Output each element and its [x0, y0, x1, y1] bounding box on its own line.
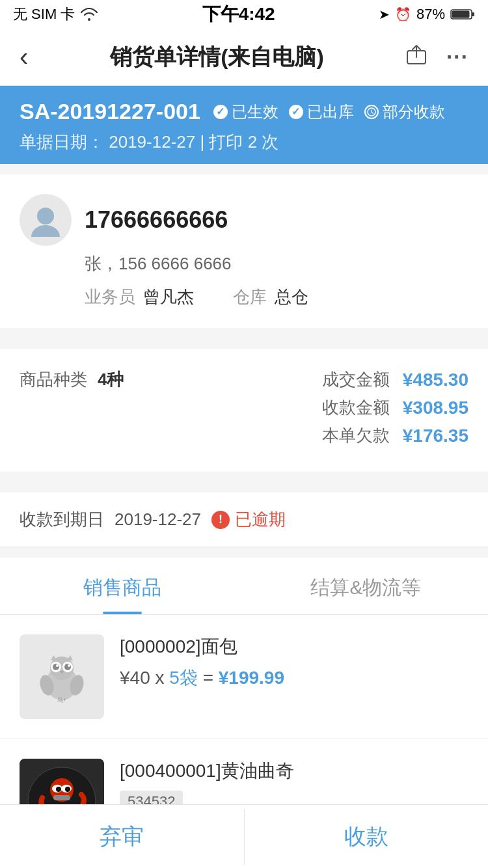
- print-count: 2: [248, 132, 257, 152]
- deal-amount: ¥485.30: [403, 370, 468, 390]
- check-icon-effective: ✓: [213, 105, 228, 119]
- svg-point-25: [56, 787, 61, 792]
- product-item-1: 鸟+ [0000002]面包 ¥40 x 5袋 = ¥199.99: [0, 615, 488, 739]
- overdue-icon: !: [211, 511, 230, 529]
- received-amount-row: 收款金额 ¥308.95: [244, 396, 468, 419]
- collect-payment-button[interactable]: 收款: [245, 809, 489, 865]
- customer-meta-row: 业务员 曾凡杰 仓库 总仓: [85, 286, 468, 308]
- debt-label: 本单欠款: [322, 424, 390, 447]
- cancel-audit-button[interactable]: 弃审: [0, 809, 245, 865]
- category-label: 商品种类: [20, 368, 87, 391]
- svg-text:鸟+: 鸟+: [57, 697, 66, 703]
- debt-amount-row: 本单欠款 ¥176.35: [244, 424, 468, 447]
- price-qty-1: 5袋: [169, 668, 198, 688]
- more-icon[interactable]: ···: [446, 44, 468, 70]
- warehouse-label: 仓库: [233, 286, 267, 308]
- price-eq-1: =: [203, 668, 219, 688]
- deal-label: 成交金额: [322, 368, 390, 391]
- separator-2: [0, 338, 488, 349]
- status-time: 下午4:42: [202, 2, 275, 27]
- category-count: 4种: [98, 368, 124, 391]
- separator-4: [0, 547, 488, 558]
- sales-value: 曾凡杰: [143, 286, 194, 308]
- tab-settlement-label: 结算&物流等: [310, 576, 421, 598]
- product-price-1: ¥40 x 5袋 = ¥199.99: [120, 666, 468, 690]
- due-date: 2019-12-27: [115, 509, 201, 530]
- location-icon: ➤: [379, 7, 390, 22]
- overdue-text: 已逾期: [235, 508, 286, 531]
- order-badges: ✓ 已生效 ✓ 已出库 部分收款: [213, 102, 445, 122]
- nav-bar: ‹ 销货单详情(来自电脑) ···: [0, 29, 488, 86]
- tabs-row: 销售商品 结算&物流等: [0, 558, 488, 615]
- wifi-icon: [80, 8, 98, 21]
- product-img-1: 鸟+: [20, 634, 104, 719]
- due-label: 收款到期日: [20, 508, 104, 531]
- svg-rect-2: [452, 11, 470, 18]
- status-right: ➤ ⏰ 87%: [379, 6, 475, 23]
- badge-shipped: ✓ 已出库: [289, 102, 354, 122]
- separator-1: [0, 164, 488, 174]
- svg-rect-27: [53, 795, 70, 800]
- tab-sales-products[interactable]: 销售商品: [0, 558, 244, 614]
- svg-point-26: [65, 787, 70, 792]
- badge-shipped-label: 已出库: [307, 102, 354, 122]
- date-label: 单据日期：: [20, 132, 104, 152]
- print-suffix: 次: [262, 132, 278, 152]
- svg-point-6: [31, 225, 60, 237]
- svg-point-13: [64, 664, 71, 670]
- svg-point-12: [53, 664, 59, 670]
- svg-point-5: [37, 208, 54, 224]
- tab-settlement[interactable]: 结算&物流等: [244, 558, 488, 614]
- due-date-section: 收款到期日 2019-12-27 ! 已逾期: [0, 493, 488, 547]
- badge-partial: 部分收款: [364, 102, 445, 122]
- stats-section: 商品种类 4种 成交金额 ¥485.30 收款金额 ¥308.95 本单欠款 ¥…: [0, 349, 488, 472]
- status-bar: 无 SIM 卡 下午4:42 ➤ ⏰ 87%: [0, 0, 488, 29]
- sales-meta: 业务员 曾凡杰: [85, 286, 194, 308]
- status-left: 无 SIM 卡: [13, 5, 98, 24]
- svg-point-15: [68, 664, 70, 667]
- warehouse-value: 总仓: [275, 286, 308, 308]
- deal-amount-row: 成交金额 ¥485.30: [244, 368, 468, 391]
- debt-amount: ¥176.35: [403, 426, 468, 446]
- sales-label: 业务员: [85, 286, 135, 308]
- customer-name-phone: 张，156 6666 6666: [85, 252, 468, 275]
- sim-label: 无 SIM 卡: [13, 5, 75, 24]
- order-date-row: 单据日期： 2019-12-27 | 打印 2 次: [20, 131, 468, 154]
- warehouse-meta: 仓库 总仓: [233, 286, 308, 308]
- back-button[interactable]: ‹: [20, 42, 28, 72]
- price-total-1: ¥199.99: [219, 668, 284, 688]
- order-date: 2019-12-27: [109, 132, 195, 152]
- customer-avatar: [20, 194, 72, 246]
- product-code-1: [0000002]面包: [120, 634, 468, 659]
- nav-actions: ···: [406, 44, 468, 70]
- order-header-banner: SA-20191227-001 ✓ 已生效 ✓ 已出库 部分收款: [0, 86, 488, 164]
- battery-icon: [450, 8, 475, 21]
- badge-partial-label: 部分收款: [383, 102, 445, 122]
- order-id: SA-20191227-001: [20, 99, 200, 124]
- svg-rect-1: [472, 12, 474, 16]
- tab-sales-label: 销售商品: [83, 576, 161, 598]
- price-base-1: ¥40 x: [120, 668, 169, 688]
- product-details-1: [0000002]面包 ¥40 x 5袋 = ¥199.99: [120, 634, 468, 690]
- share-icon[interactable]: [406, 44, 427, 70]
- check-icon-shipped: ✓: [289, 105, 303, 119]
- separator-3: [0, 482, 488, 493]
- customer-section: 17666666666 张，156 6666 6666 业务员 曾凡杰 仓库 总…: [0, 174, 488, 328]
- product-code-2: [000400001]黄油曲奇: [120, 759, 468, 783]
- stats-right: 成交金额 ¥485.30 收款金额 ¥308.95 本单欠款 ¥176.35: [244, 368, 468, 452]
- print-label: | 打印: [200, 132, 243, 152]
- tabs-section: 销售商品 结算&物流等: [0, 558, 488, 615]
- page-title: 销货单详情(来自电脑): [110, 42, 324, 72]
- battery-percent: 87%: [416, 6, 445, 23]
- stats-left: 商品种类 4种: [20, 368, 244, 396]
- received-label: 收款金额: [322, 396, 390, 419]
- overdue-badge: ! 已逾期: [211, 508, 286, 531]
- bottom-bar: 弃审 收款: [0, 804, 488, 868]
- customer-phone: 17666666666: [85, 206, 228, 234]
- svg-point-14: [56, 664, 59, 667]
- alarm-icon: ⏰: [395, 7, 411, 22]
- badge-effective: ✓ 已生效: [213, 102, 278, 122]
- clock-icon: [364, 105, 379, 119]
- received-amount: ¥308.95: [403, 398, 468, 418]
- product-thumbnail-owl: 鸟+: [20, 634, 104, 719]
